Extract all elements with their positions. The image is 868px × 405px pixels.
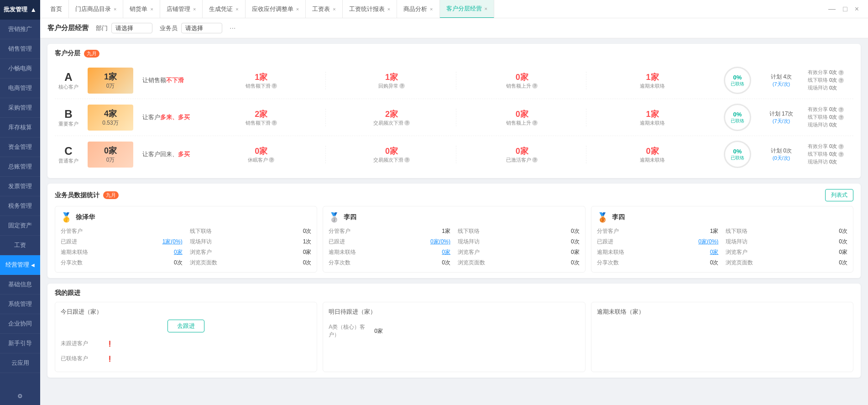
info-icon[interactable]: ? bbox=[838, 144, 844, 149]
sidebar-item-zhangzhang[interactable]: 总账管理 bbox=[0, 157, 40, 177]
sidebar-item-shuiwu[interactable]: 税务管理 bbox=[0, 196, 40, 216]
tier-a-metric-1[interactable]: 1家 销售额下滑 ? bbox=[197, 72, 326, 89]
follow-today-row1: 未跟进客户 ❗ bbox=[61, 336, 311, 351]
tab-close-mendian[interactable]: × bbox=[114, 6, 116, 12]
sidebar-item-xinshou[interactable]: 新手引导 bbox=[0, 334, 40, 353]
tier-c-stats[interactable]: 0家 0万 bbox=[88, 142, 133, 168]
tab-xiaohuo[interactable]: 销货单 × bbox=[123, 0, 160, 18]
tab-close-gongzitongji[interactable]: × bbox=[387, 6, 390, 12]
staff-metric-3-4: 现场拜访 0次 bbox=[726, 238, 847, 246]
sidebar-collapse-icon[interactable]: ▲ bbox=[30, 6, 37, 13]
tier-b-metric-4[interactable]: 1家 逾期未联络 bbox=[588, 109, 716, 126]
info-icon[interactable]: ? bbox=[838, 78, 844, 83]
tab-close-xiaohuo[interactable]: × bbox=[150, 6, 153, 12]
tier-a-label: A 核心客户 bbox=[55, 71, 82, 90]
staff-metric-1-3: 已跟进 1家(0%) bbox=[61, 238, 183, 246]
sidebar-item-dianshang[interactable]: 电商管理 bbox=[0, 79, 40, 98]
tier-a-stats[interactable]: 1家 0万 bbox=[88, 68, 133, 94]
staff-card-2: 🥈 李四 分管客户 1家 线下联络 0次 bbox=[323, 206, 585, 273]
tab-home[interactable]: 首页 bbox=[44, 0, 69, 18]
customer-section-title: 客户分层 bbox=[55, 49, 80, 58]
tab-gongzibiao[interactable]: 工资表 × bbox=[306, 0, 342, 18]
staff-grid: 🥇 徐泽华 分管客户 线下联络 0次 bbox=[55, 206, 853, 273]
sidebar-item-yingxiao[interactable]: 营销推广 bbox=[0, 20, 40, 39]
sidebar-item-fapiao[interactable]: 发票管理 bbox=[0, 177, 40, 196]
tier-b-metric-3[interactable]: 0家 销售额上升 ? bbox=[458, 109, 587, 126]
sidebar-item-xiaoshou[interactable]: 销售管理 bbox=[0, 39, 40, 59]
staff-metric-1-8: 浏览页面数 0次 bbox=[190, 259, 312, 267]
tab-yingshou[interactable]: 应收应付调整单 × bbox=[246, 0, 306, 18]
tab-minimize-icon[interactable]: — bbox=[826, 5, 837, 13]
tier-a-contact-circle: 0% 已联络 bbox=[724, 67, 751, 94]
info-icon[interactable]: ? bbox=[272, 83, 277, 89]
tab-close-dianpu[interactable]: × bbox=[193, 6, 196, 12]
tier-a-side-stats: 有效分享 0次 ? 线下联络 0次 ? 现场拜访 0次 bbox=[808, 69, 853, 92]
staff-header: 业务员数据统计 九月 列表式 bbox=[55, 189, 853, 201]
info-icon[interactable]: ? bbox=[838, 70, 844, 75]
filter-dept-select[interactable]: 请选择 bbox=[111, 23, 152, 33]
sidebar-item-xiaochang[interactable]: 小畅电商 bbox=[0, 59, 40, 79]
info-icon[interactable]: ? bbox=[272, 120, 277, 126]
tab-gongzitongji[interactable]: 工资统计报表 × bbox=[343, 0, 397, 18]
tab-close-all-icon[interactable]: × bbox=[853, 5, 861, 13]
tab-close-gongzibiao[interactable]: × bbox=[333, 6, 335, 12]
tab-dianpu[interactable]: 店铺管理 × bbox=[160, 0, 203, 18]
sidebar-item-jichu[interactable]: 基础信息 bbox=[0, 275, 40, 295]
tab-close-kehu[interactable]: × bbox=[485, 6, 487, 11]
sidebar-item-caigou[interactable]: 采购管理 bbox=[0, 98, 40, 118]
sidebar-item-kucun[interactable]: 库存核算 bbox=[0, 118, 40, 137]
sidebar: 批发管理 ▲ 营销推广 销售管理 小畅电商 电商管理 采购管理 库存核算 资金管… bbox=[0, 0, 40, 405]
staff-metric-2-3: 已跟进 0家(0%) bbox=[329, 238, 450, 246]
sidebar-header[interactable]: 批发管理 ▲ bbox=[0, 0, 40, 20]
sidebar-item-zijin[interactable]: 资金管理 bbox=[0, 137, 40, 157]
info-icon[interactable]: ? bbox=[532, 83, 538, 89]
tier-a-metrics: 1家 销售额下滑 ? 1家 回购异常 ? 0家 销售额上升 ? 1家 bbox=[197, 72, 716, 89]
tier-c-metric-1[interactable]: 0家 休眠客户 ? bbox=[197, 146, 326, 163]
sidebar-item-gongzi[interactable]: 工资 bbox=[0, 236, 40, 255]
tab-mendian[interactable]: 门店商品目录 × bbox=[69, 0, 123, 18]
info-icon[interactable]: ? bbox=[532, 120, 538, 126]
sidebar-item-gudingzichan[interactable]: 固定资产 bbox=[0, 216, 40, 236]
tab-close-shangpin[interactable]: × bbox=[430, 6, 433, 12]
info-icon[interactable]: ? bbox=[838, 107, 844, 112]
tier-b-stats[interactable]: 4家 0.53万 bbox=[88, 105, 133, 131]
filter-staff-select[interactable]: 请选择 bbox=[181, 23, 222, 33]
info-icon[interactable]: ? bbox=[404, 120, 410, 126]
tier-a-metric-3[interactable]: 0家 销售额上升 ? bbox=[458, 72, 587, 89]
tab-close-pingzheng[interactable]: × bbox=[235, 6, 238, 12]
staff-metric-2-8: 浏览页面数 0次 bbox=[458, 259, 580, 267]
info-icon[interactable]: ? bbox=[532, 157, 538, 163]
sidebar-item-xitong[interactable]: 系统管理 bbox=[0, 295, 40, 314]
tier-b-metric-2[interactable]: 2家 交易频次下滑 ? bbox=[328, 109, 456, 126]
info-icon[interactable]: ? bbox=[399, 83, 405, 89]
info-icon[interactable]: ? bbox=[269, 157, 274, 163]
tier-c-metric-3[interactable]: 0家 已激活客户 ? bbox=[458, 146, 587, 163]
follow-now-button[interactable]: 去跟进 bbox=[167, 320, 204, 332]
tier-b-metric-1[interactable]: 2家 销售额下滑 ? bbox=[197, 109, 326, 126]
sidebar-settings-icon[interactable]: ⚙ bbox=[0, 387, 40, 405]
tab-actions: — □ × bbox=[823, 5, 864, 13]
info-icon[interactable]: ? bbox=[838, 115, 844, 120]
filter-staff-label: 业务员 bbox=[160, 24, 178, 32]
tab-kehu[interactable]: 客户分层经营 × bbox=[440, 0, 494, 18]
filter-more-icon[interactable]: ··· bbox=[230, 24, 235, 32]
tab-pingzheng[interactable]: 生成凭证 × bbox=[203, 0, 245, 18]
sidebar-item-jingying[interactable]: 经营管理 ◀ bbox=[0, 255, 40, 275]
tier-b-metrics: 2家 销售额下滑 ? 2家 交易频次下滑 ? 0家 销售额上升 ? 1家 bbox=[197, 109, 716, 126]
list-view-button[interactable]: 列表式 bbox=[825, 189, 853, 201]
sidebar-item-qiye[interactable]: 企业协同 bbox=[0, 314, 40, 334]
tab-shangpin[interactable]: 商品分析 × bbox=[397, 0, 439, 18]
tier-c-metric-4[interactable]: 0家 逾期未联络 bbox=[588, 146, 716, 163]
tier-c-metric-2[interactable]: 0家 交易频次下滑 ? bbox=[328, 146, 456, 163]
info-icon[interactable]: ? bbox=[404, 157, 410, 163]
main-area: 首页 门店商品目录 × 销货单 × 店铺管理 × 生成凭证 × 应收应付调整单 … bbox=[40, 0, 868, 405]
info-icon[interactable]: ? bbox=[838, 152, 844, 157]
follow-card-overdue: 逾期未联络（家） bbox=[591, 302, 853, 372]
tier-a-metric-2[interactable]: 1家 回购异常 ? bbox=[328, 72, 456, 89]
tab-close-yingshou[interactable]: × bbox=[296, 6, 299, 12]
customer-section-badge: 九月 bbox=[84, 50, 99, 58]
sidebar-item-yunyingyong[interactable]: 云应用 bbox=[0, 353, 40, 373]
tab-restore-icon[interactable]: □ bbox=[841, 5, 849, 13]
page-content: 客户分层经营 部门 请选择 业务员 请选择 ··· 客户分层 九月 bbox=[40, 18, 868, 405]
tier-a-metric-4[interactable]: 1家 逾期未联络 bbox=[588, 72, 716, 89]
